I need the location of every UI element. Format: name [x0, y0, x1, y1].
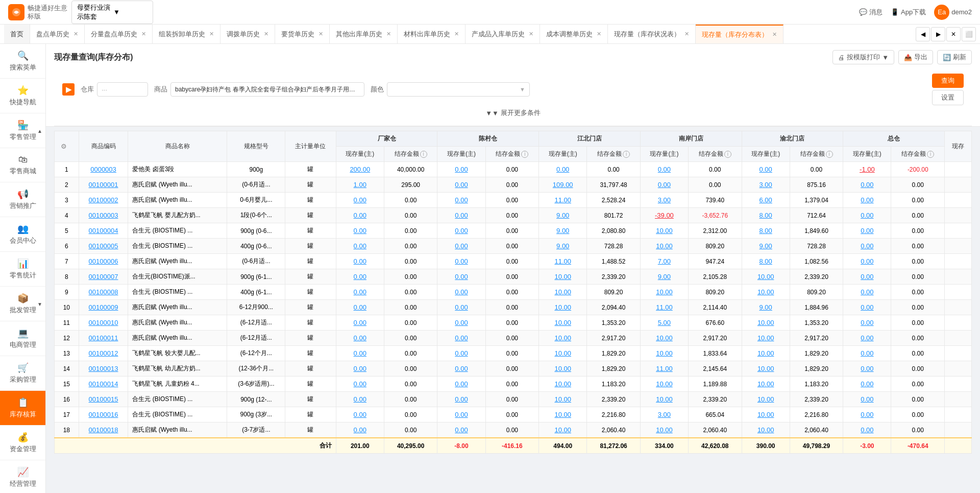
table-settings-icon[interactable]: ⚙: [59, 142, 69, 152]
print-icon: 🖨: [838, 54, 845, 61]
na-qty-header: 现存量(主): [640, 147, 688, 162]
close-icon[interactable]: ✕: [684, 31, 689, 37]
sidebar-item-operations[interactable]: 📈 经营管理: [0, 460, 45, 493]
row-cc-amt: 0.00: [485, 223, 539, 239]
row-name: 惠氏启赋 (Wyeth illu...: [128, 177, 227, 193]
sidebar-item-inventory[interactable]: 📋 库存核算: [0, 391, 45, 426]
tab-scroll-right[interactable]: ▶: [931, 27, 945, 41]
tab-5[interactable]: 要货单历史 ✕: [275, 25, 330, 44]
row-fj-amt: 0.00: [384, 269, 437, 285]
close-icon[interactable]: ✕: [529, 31, 533, 37]
tab-home[interactable]: 首页: [4, 25, 30, 44]
info-icon[interactable]: i: [826, 151, 833, 158]
app-download-btn[interactable]: 📱 App下载: [891, 8, 926, 17]
row-unit: 罐: [285, 177, 336, 193]
tab-close-all[interactable]: ✕: [946, 27, 961, 41]
row-na-qty: 11.00: [640, 361, 688, 377]
row-fj-amt: 0.00: [384, 254, 437, 269]
info-icon[interactable]: i: [623, 151, 630, 158]
row-yb-amt: 1,829.20: [790, 361, 843, 377]
sidebar-item-wholesale[interactable]: 📦 批发管理 ▼: [0, 287, 45, 321]
row-spec: 900g (6-1...: [227, 269, 285, 285]
print-btn[interactable]: 🖨 按模版打印 ▼: [832, 50, 894, 64]
row-zc-amt: 0.00: [891, 193, 945, 208]
close-icon[interactable]: ✕: [454, 31, 459, 37]
row-yb-amt: 2,339.20: [790, 392, 843, 407]
sidebar-item-retail-mgmt[interactable]: 🏪 零售管理 ▲: [0, 113, 45, 148]
tab-11-active[interactable]: 现存量（库存分布表） ✕: [696, 25, 783, 44]
row-fj-amt: 0.00: [384, 392, 437, 407]
tab-scroll-left[interactable]: ◀: [916, 27, 930, 41]
row-zc-amt: 0.00: [891, 392, 945, 407]
goods-input[interactable]: babycare孕妇待产包 春季入院全套母子组合孕妇产后冬季月子用品 22件套 …: [170, 82, 364, 97]
user-avatar[interactable]: Ea demo2: [934, 5, 972, 20]
sidebar-item-members[interactable]: 👥 会员中心: [0, 217, 45, 252]
tab-4[interactable]: 调拨单历史 ✕: [220, 25, 275, 44]
close-icon[interactable]: ✕: [772, 31, 777, 38]
total-fj-qty: 201.00: [336, 438, 384, 454]
avatar: Ea: [934, 5, 949, 20]
tab-9[interactable]: 成本调整单历史 ✕: [540, 25, 608, 44]
sidebar-item-retail-stats[interactable]: 📊 零售统计: [0, 252, 45, 287]
tab-8[interactable]: 产成品入库单历史 ✕: [465, 25, 540, 44]
query-button[interactable]: 查询: [932, 74, 964, 88]
tab-10[interactable]: 现存量（库存状况表） ✕: [608, 25, 696, 44]
collapse-btn[interactable]: ▶: [62, 83, 75, 96]
info-icon[interactable]: i: [521, 151, 528, 158]
tab-1[interactable]: 盘点单历史 ✕: [30, 25, 85, 44]
close-icon[interactable]: ✕: [141, 31, 146, 37]
row-code: 00100010: [79, 315, 128, 331]
messages-btn[interactable]: 💬 消息: [859, 8, 883, 17]
row-na-amt: 0.00: [689, 162, 742, 177]
sidebar-item-finance[interactable]: 💰 资金管理: [0, 426, 45, 460]
sidebar-item-purchase[interactable]: 🛒 采购管理: [0, 356, 45, 391]
row-cc-amt: 0.00: [485, 346, 539, 361]
close-icon[interactable]: ✕: [318, 31, 323, 37]
info-icon[interactable]: i: [420, 151, 427, 158]
row-no: 14: [55, 361, 79, 377]
row-extra: [944, 422, 971, 438]
goods-filter: 商品 babycare孕妇待产包 春季入院全套母子组合孕妇产后冬季月子用品 22…: [154, 82, 364, 97]
sidebar-item-marketing[interactable]: 📢 营销推广: [0, 182, 45, 217]
action-btns: 查询 设置: [932, 74, 964, 105]
export-btn[interactable]: 📤 导出: [898, 50, 933, 64]
warehouse-input[interactable]: ···: [97, 82, 148, 97]
sidebar-item-search[interactable]: 🔍 搜索英单: [0, 44, 45, 79]
refresh-btn[interactable]: 🔄 刷新: [937, 50, 972, 64]
row-no: 16: [55, 392, 79, 407]
sidebar-item-nav[interactable]: ⭐ 快捷导航: [0, 79, 45, 113]
sidebar-item-ecommerce[interactable]: 💻 电商管理: [0, 321, 45, 356]
tab-2[interactable]: 分量盘点单历史 ✕: [85, 25, 153, 44]
row-na-amt: 2,114.40: [689, 300, 742, 315]
close-icon[interactable]: ✕: [597, 31, 601, 37]
tab-menu[interactable]: ⬜: [962, 27, 976, 41]
table-row: 4 00100003 飞鹤星飞帆 婴儿配方奶... 1段(0-6个... 罐 0…: [55, 208, 972, 223]
info-icon[interactable]: i: [927, 151, 934, 158]
row-jb-qty: 11.00: [539, 193, 587, 208]
row-jb-amt: 1,353.20: [587, 315, 641, 331]
row-unit: 罐: [285, 315, 336, 331]
info-icon[interactable]: i: [724, 151, 731, 158]
row-extra: [944, 269, 971, 285]
sidebar-item-retail-shop[interactable]: 🛍 零售商城: [0, 148, 45, 182]
tab-3[interactable]: 组装拆卸单历史 ✕: [153, 25, 220, 44]
tab-7[interactable]: 材料出库单历史 ✕: [398, 25, 465, 44]
tab-6[interactable]: 其他出库单历史 ✕: [330, 25, 398, 44]
expand-conditions-btn[interactable]: ▼▼ 展开更多条件: [485, 107, 541, 119]
row-yb-amt: 1,829.20: [790, 346, 843, 361]
close-icon[interactable]: ✕: [209, 31, 214, 37]
close-icon[interactable]: ✕: [74, 31, 78, 37]
row-zc-qty: -1.00: [843, 162, 891, 177]
close-icon[interactable]: ✕: [386, 31, 391, 37]
table-row: 12 00100011 惠氏启赋 (Wyeth illu... (6-12月适.…: [55, 331, 972, 346]
settings-button[interactable]: 设置: [932, 90, 964, 105]
row-fj-qty: 0.00: [336, 315, 384, 331]
phone-icon: 📱: [891, 8, 899, 16]
row-na-qty: -39.00: [640, 208, 688, 223]
color-input[interactable]: ▼: [387, 82, 530, 97]
row-fj-qty: 0.00: [336, 422, 384, 438]
row-no: 1: [55, 162, 79, 177]
company-selector[interactable]: 母婴行业演示陈套 ▼: [71, 1, 153, 24]
row-yb-amt: 809.20: [790, 285, 843, 300]
close-icon[interactable]: ✕: [264, 31, 268, 37]
